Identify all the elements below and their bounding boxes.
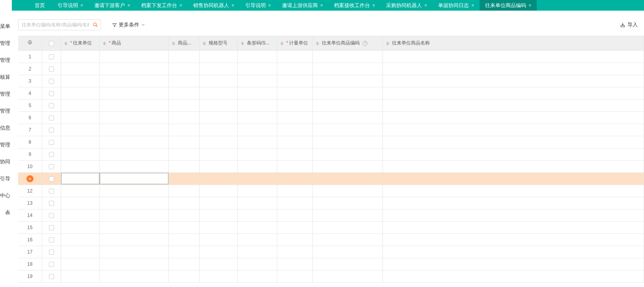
sidebar-item[interactable]: 管理 bbox=[0, 102, 12, 119]
cell[interactable] bbox=[383, 258, 644, 270]
cell[interactable] bbox=[168, 258, 199, 270]
table-row[interactable]: 16 bbox=[18, 233, 644, 246]
cell[interactable] bbox=[199, 172, 237, 185]
cell[interactable] bbox=[168, 148, 199, 160]
row-checkbox[interactable] bbox=[49, 140, 54, 145]
cell[interactable] bbox=[61, 258, 99, 270]
cell[interactable] bbox=[383, 270, 644, 282]
sidebar-item[interactable]: 管理 bbox=[0, 35, 12, 52]
tab-item[interactable]: 档案接收工作台× bbox=[329, 0, 381, 11]
cell[interactable] bbox=[277, 148, 312, 160]
cell[interactable] bbox=[168, 246, 199, 258]
row-checkbox[interactable] bbox=[49, 152, 54, 157]
header-code[interactable]: 往来单位商品编码 ? bbox=[312, 36, 383, 50]
cell[interactable] bbox=[312, 246, 383, 258]
table-row[interactable]: 6 bbox=[18, 111, 644, 124]
cell[interactable] bbox=[383, 87, 644, 99]
table-row[interactable]: 14 bbox=[18, 209, 644, 221]
cell[interactable] bbox=[383, 50, 644, 63]
cell[interactable] bbox=[383, 124, 644, 136]
cell[interactable] bbox=[237, 99, 277, 111]
header-name[interactable]: 往来单位商品名称 bbox=[383, 36, 644, 50]
cell[interactable] bbox=[199, 160, 237, 172]
cell[interactable] bbox=[277, 246, 312, 258]
cell[interactable] bbox=[312, 233, 383, 246]
header-gear[interactable] bbox=[18, 36, 42, 50]
cell[interactable] bbox=[99, 209, 168, 221]
cell[interactable] bbox=[312, 75, 383, 87]
tab-item[interactable]: 单据协同日志× bbox=[433, 0, 480, 11]
table-row[interactable]: 2 bbox=[18, 63, 644, 75]
header-spec[interactable]: 规格型号 bbox=[199, 36, 237, 50]
cell[interactable] bbox=[199, 148, 237, 160]
close-icon[interactable]: × bbox=[80, 3, 83, 8]
cell[interactable] bbox=[61, 148, 99, 160]
cell[interactable] bbox=[237, 197, 277, 209]
cell[interactable] bbox=[277, 75, 312, 87]
close-icon[interactable]: × bbox=[231, 3, 234, 8]
cell[interactable] bbox=[237, 50, 277, 63]
cell[interactable] bbox=[99, 221, 168, 233]
cell[interactable] bbox=[168, 185, 199, 197]
cell[interactable] bbox=[237, 87, 277, 99]
cell[interactable] bbox=[383, 148, 644, 160]
cell[interactable] bbox=[61, 124, 99, 136]
cell[interactable] bbox=[277, 160, 312, 172]
cell[interactable] bbox=[199, 63, 237, 75]
table-row[interactable]: + bbox=[18, 172, 644, 185]
cell[interactable] bbox=[312, 197, 383, 209]
cell[interactable] bbox=[99, 246, 168, 258]
cell[interactable] bbox=[237, 160, 277, 172]
cell[interactable] bbox=[277, 258, 312, 270]
cell[interactable] bbox=[237, 233, 277, 246]
row-checkbox[interactable] bbox=[49, 91, 54, 96]
search-input[interactable] bbox=[18, 19, 101, 30]
cell[interactable] bbox=[99, 233, 168, 246]
cell[interactable] bbox=[277, 209, 312, 221]
cell[interactable] bbox=[383, 197, 644, 209]
cell[interactable] bbox=[199, 258, 237, 270]
cell[interactable] bbox=[277, 50, 312, 63]
table-row[interactable]: 8 bbox=[18, 136, 644, 148]
close-icon[interactable]: × bbox=[471, 3, 474, 8]
sidebar-item[interactable]: 引导 bbox=[0, 170, 12, 187]
cell[interactable] bbox=[99, 136, 168, 148]
cell[interactable] bbox=[199, 87, 237, 99]
row-checkbox[interactable] bbox=[49, 176, 54, 181]
cell[interactable] bbox=[168, 270, 199, 282]
cell[interactable] bbox=[61, 172, 99, 185]
cell[interactable] bbox=[199, 99, 237, 111]
cell[interactable] bbox=[168, 124, 199, 136]
cell[interactable] bbox=[61, 270, 99, 282]
cell[interactable] bbox=[237, 172, 277, 185]
cell[interactable] bbox=[237, 136, 277, 148]
cell[interactable] bbox=[383, 111, 644, 124]
table-row[interactable]: 12 bbox=[18, 185, 644, 197]
close-icon[interactable]: × bbox=[424, 3, 427, 8]
header-goods[interactable]: *商品 bbox=[99, 36, 168, 50]
cell[interactable] bbox=[168, 172, 199, 185]
search-icon[interactable] bbox=[93, 22, 98, 28]
row-checkbox[interactable] bbox=[49, 103, 54, 108]
cell[interactable] bbox=[61, 160, 99, 172]
cell[interactable] bbox=[99, 111, 168, 124]
cell[interactable] bbox=[168, 221, 199, 233]
tab-home[interactable]: 首页 bbox=[28, 0, 52, 11]
cell[interactable] bbox=[237, 258, 277, 270]
header-goods2[interactable]: 商品... bbox=[168, 36, 199, 50]
cell[interactable] bbox=[168, 87, 199, 99]
sidebar-item[interactable]: 表 bbox=[0, 204, 12, 221]
sidebar-item[interactable]: 管理 bbox=[0, 136, 12, 153]
tab-item[interactable]: 销售协同机器人× bbox=[188, 0, 240, 11]
table-row[interactable]: 3 bbox=[18, 75, 644, 87]
cell[interactable] bbox=[383, 221, 644, 233]
table-row[interactable]: 4 bbox=[18, 87, 644, 99]
cell[interactable] bbox=[61, 50, 99, 63]
cell[interactable] bbox=[277, 87, 312, 99]
select-all-checkbox[interactable] bbox=[49, 41, 54, 46]
tab-item[interactable]: 往来单位商品编码× bbox=[480, 0, 537, 11]
close-icon[interactable]: × bbox=[127, 3, 130, 8]
cell[interactable] bbox=[237, 148, 277, 160]
cell[interactable] bbox=[312, 148, 383, 160]
cell[interactable] bbox=[199, 75, 237, 87]
